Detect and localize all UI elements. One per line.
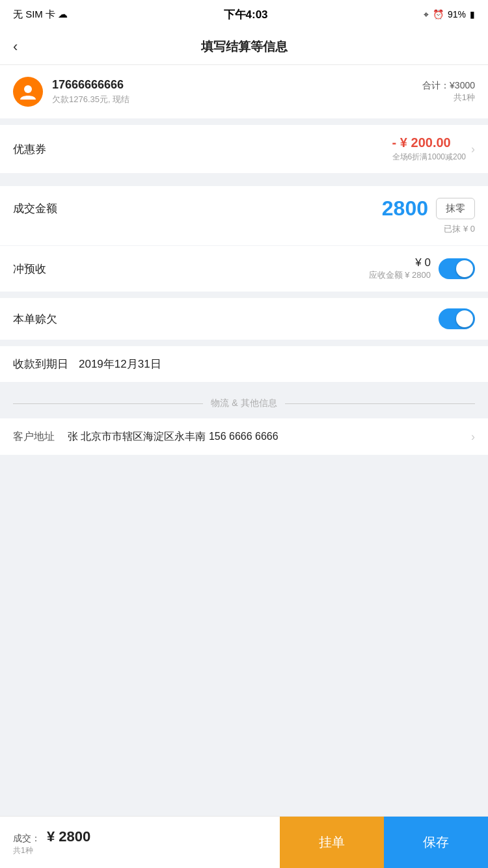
summary-count: 共1种 xyxy=(13,845,267,856)
amount-row: 成交金额 2800 抹零 xyxy=(13,197,475,221)
total-amount: ¥3000 xyxy=(450,80,475,90)
due-date-label: 收款到期日 xyxy=(13,357,68,372)
status-time: 下午4:03 xyxy=(224,7,268,22)
sim-status: 无 SIM 卡 ☁ xyxy=(13,8,68,21)
bottom-summary: 成交： ¥ 2800 共1种 xyxy=(0,828,280,856)
precharge-sub: 应收金额 ¥ 2800 xyxy=(369,269,431,281)
precharge-toggle[interactable] xyxy=(439,258,475,279)
logistics-line-left xyxy=(13,403,203,404)
bottom-bar: 成交： ¥ 2800 共1种 挂单 保存 xyxy=(0,816,488,868)
section-divider-2 xyxy=(0,292,488,298)
nav-bar: ‹ 填写结算等信息 xyxy=(0,29,488,65)
save-button[interactable]: 保存 xyxy=(384,817,488,868)
location-icon: ⌖ xyxy=(424,9,429,20)
status-bar: 无 SIM 卡 ☁ 下午4:03 ⌖ ⏰ 91% ▮ xyxy=(0,0,488,29)
address-section[interactable]: 客户地址 张 北京市市辖区海淀区永丰南 156 6666 6666 › xyxy=(0,418,488,455)
toggle-circle xyxy=(456,260,473,277)
coupon-right: - ¥ 200.00 全场6折满1000减200 › xyxy=(392,135,475,163)
debt-toggle[interactable] xyxy=(439,308,475,329)
content: 17666666666 欠款1276.35元, 现结 合计：¥3000 共1种 … xyxy=(0,65,488,650)
coupon-discount: - ¥ 200.00 xyxy=(392,135,466,150)
precharge-label: 冲预收 xyxy=(13,262,46,277)
coupon-desc: 全场6折满1000减200 xyxy=(392,152,466,163)
coupon-row[interactable]: 优惠券 - ¥ 200.00 全场6折满1000减200 › xyxy=(0,125,488,173)
precharge-section: 冲预收 ¥ 0 应收金额 ¥ 2800 xyxy=(0,245,488,292)
customer-card: 17666666666 欠款1276.35元, 现结 合计：¥3000 共1种 xyxy=(0,65,488,118)
battery-icon: ▮ xyxy=(470,9,475,20)
summary-label: 成交： xyxy=(13,833,40,843)
summary-main: 成交： ¥ 2800 xyxy=(13,828,267,845)
due-date-value: 2019年12月31日 xyxy=(79,357,161,372)
coupon-detail: - ¥ 200.00 全场6折满1000减200 xyxy=(392,135,466,163)
pending-button[interactable]: 挂单 xyxy=(280,817,384,868)
customer-totals: 合计：¥3000 共1种 xyxy=(422,80,475,103)
status-left: 无 SIM 卡 ☁ xyxy=(13,8,68,21)
customer-left: 17666666666 欠款1276.35元, 现结 xyxy=(13,77,129,107)
section-divider-1 xyxy=(0,180,488,186)
address-label: 客户地址 xyxy=(13,430,55,444)
precharge-amount: ¥ 0 xyxy=(369,256,431,269)
summary-price: ¥ 2800 xyxy=(47,828,90,845)
nav-title: 填写结算等信息 xyxy=(201,38,288,55)
address-value: 张 北京市市辖区海淀区永丰南 156 6666 6666 xyxy=(68,429,471,444)
total-label: 合计：¥3000 xyxy=(422,80,475,92)
debt-label: 本单赊欠 xyxy=(13,312,57,327)
precharge-right: ¥ 0 应收金额 ¥ 2800 xyxy=(369,256,475,281)
coupon-label: 优惠券 xyxy=(13,142,46,157)
round-button[interactable]: 抹零 xyxy=(436,198,475,219)
amount-section: 成交金额 2800 抹零 已抹 ¥ 0 xyxy=(0,186,488,245)
customer-debt-text: 欠款1276.35元, 现结 xyxy=(52,94,129,105)
customer-phone: 17666666666 xyxy=(52,78,129,92)
logistics-line-right xyxy=(285,403,475,404)
precharge-row: 冲预收 ¥ 0 应收金额 ¥ 2800 xyxy=(13,256,475,281)
amount-sub-text: 已抹 ¥ 0 xyxy=(13,223,475,235)
status-right: ⌖ ⏰ 91% ▮ xyxy=(424,9,475,20)
total-count: 共1种 xyxy=(422,92,475,103)
empty-space xyxy=(0,461,488,591)
customer-info: 17666666666 欠款1276.35元, 现结 xyxy=(52,78,129,105)
alarm-icon: ⏰ xyxy=(433,9,444,20)
coupon-chevron-icon: › xyxy=(471,142,475,156)
logistics-text: 物流 & 其他信息 xyxy=(211,398,277,409)
avatar xyxy=(13,77,43,107)
logistics-divider: 物流 & 其他信息 xyxy=(0,388,488,418)
debt-section: 本单赊欠 xyxy=(0,298,488,340)
due-date-section: 收款到期日 2019年12月31日 xyxy=(0,346,488,382)
back-button[interactable]: ‹ xyxy=(13,38,18,55)
address-chevron-icon: › xyxy=(471,430,475,444)
battery-text: 91% xyxy=(448,9,466,20)
amount-right: 2800 抹零 xyxy=(382,197,475,221)
precharge-values: ¥ 0 应收金额 ¥ 2800 xyxy=(369,256,431,281)
svg-point-0 xyxy=(24,85,32,93)
amount-value: 2800 xyxy=(382,197,428,221)
debt-toggle-circle xyxy=(456,310,473,327)
due-date-row: 收款到期日 2019年12月31日 xyxy=(13,357,475,372)
amount-label: 成交金额 xyxy=(13,201,57,216)
